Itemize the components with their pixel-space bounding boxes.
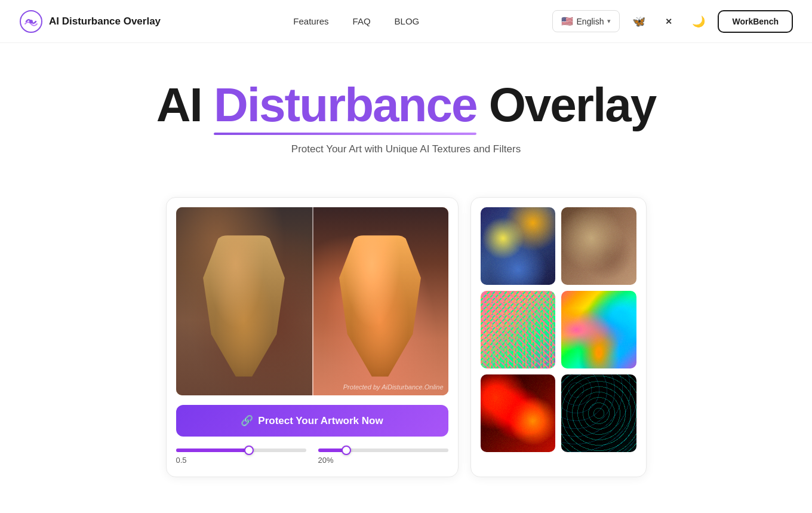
moon-icon: 🌙 bbox=[692, 15, 705, 28]
brand-logo-link[interactable]: AI Disturbance Overlay bbox=[19, 10, 161, 33]
brand-name: AI Disturbance Overlay bbox=[49, 16, 161, 27]
language-label: English bbox=[577, 17, 604, 26]
strength-slider-value: 0.5 bbox=[176, 456, 306, 465]
hero-section: AI Disturbance Overlay Protect Your Art … bbox=[0, 43, 812, 197]
nav-features[interactable]: Features bbox=[293, 16, 328, 26]
texture-grid bbox=[481, 207, 636, 452]
texture-item-3[interactable] bbox=[481, 291, 556, 368]
chevron-down-icon: ▾ bbox=[607, 17, 611, 25]
texture-item-5[interactable] bbox=[481, 374, 556, 452]
workbench-button[interactable]: WorkBench bbox=[718, 10, 793, 33]
left-demo-card: Protected by AiDisturbance.Online 🔗 Prot… bbox=[166, 197, 459, 477]
dark-mode-btn[interactable]: 🌙 bbox=[688, 11, 709, 32]
strength-slider-fill bbox=[176, 449, 249, 452]
twitter-icon: ✕ bbox=[665, 17, 672, 26]
painting-bg-right: Protected by AiDisturbance.Online bbox=[312, 207, 448, 395]
texture-item-2[interactable] bbox=[561, 207, 636, 285]
right-texture-card bbox=[470, 197, 647, 477]
hero-title: AI Disturbance Overlay bbox=[12, 79, 800, 131]
strength-slider-track[interactable] bbox=[176, 449, 306, 452]
hero-subtitle: Protect Your Art with Unique AI Textures… bbox=[12, 143, 800, 155]
compare-divider bbox=[312, 207, 313, 395]
brand-logo-icon bbox=[19, 10, 43, 33]
opacity-slider-value: 20% bbox=[318, 456, 448, 465]
nav-blog[interactable]: BLOG bbox=[395, 16, 420, 26]
navbar-right: 🇺🇸 English ▾ 🦋 ✕ 🌙 WorkBench bbox=[552, 10, 793, 33]
protect-label: Protect Your Artwork Now bbox=[258, 415, 383, 427]
texture-item-6[interactable] bbox=[561, 374, 636, 452]
butterfly-icon-btn[interactable]: 🦋 bbox=[628, 11, 650, 32]
nav-faq[interactable]: FAQ bbox=[353, 16, 371, 26]
opacity-slider-thumb[interactable] bbox=[342, 446, 351, 455]
twitter-icon-btn[interactable]: ✕ bbox=[658, 11, 679, 32]
painting-bg-left bbox=[176, 207, 312, 395]
hero-title-overlay: Overlay bbox=[489, 78, 656, 131]
texture-item-1[interactable] bbox=[481, 207, 556, 285]
hero-title-disturbance: Disturbance bbox=[214, 79, 476, 131]
language-flag: 🇺🇸 bbox=[561, 16, 573, 27]
svg-point-1 bbox=[29, 20, 33, 23]
strength-slider-group: 0.5 bbox=[176, 449, 306, 465]
language-selector[interactable]: 🇺🇸 English ▾ bbox=[552, 10, 620, 32]
original-image bbox=[176, 207, 312, 395]
figure-left bbox=[203, 235, 285, 376]
main-nav: Features FAQ BLOG bbox=[293, 16, 419, 26]
watermark-text: Protected by AiDisturbance.Online bbox=[343, 383, 444, 391]
protected-image: Protected by AiDisturbance.Online bbox=[312, 207, 448, 395]
protect-icon: 🔗 bbox=[241, 414, 253, 427]
opacity-slider-group: 20% bbox=[318, 449, 448, 465]
butterfly-icon: 🦋 bbox=[632, 15, 645, 28]
figure-right bbox=[339, 235, 421, 376]
sliders-row: 0.5 20% bbox=[176, 446, 448, 467]
hero-title-ai: AI bbox=[156, 78, 202, 131]
strength-slider-thumb[interactable] bbox=[244, 446, 254, 455]
texture-item-4[interactable] bbox=[561, 291, 636, 368]
opacity-slider-track[interactable] bbox=[318, 449, 448, 452]
navbar: AI Disturbance Overlay Features FAQ BLOG… bbox=[0, 0, 812, 43]
demo-area: Protected by AiDisturbance.Online 🔗 Prot… bbox=[78, 197, 734, 513]
protect-artwork-button[interactable]: 🔗 Protect Your Artwork Now bbox=[176, 405, 448, 437]
image-compare: Protected by AiDisturbance.Online bbox=[176, 207, 448, 395]
